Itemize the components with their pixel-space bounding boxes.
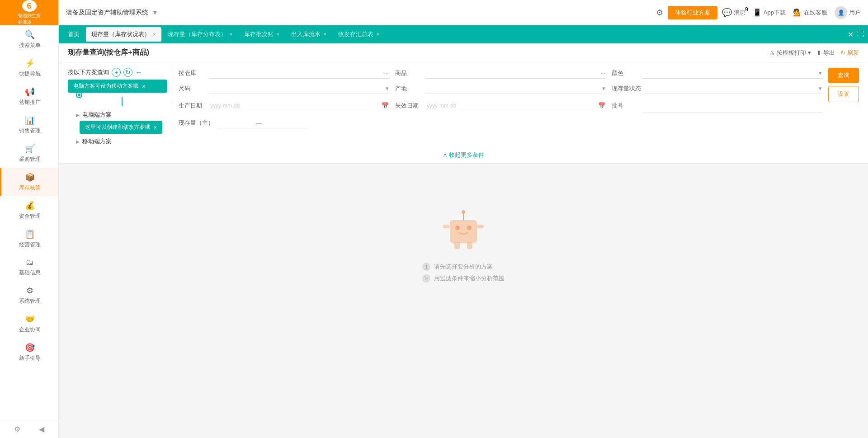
- action-buttons: 查询 设置: [828, 68, 859, 102]
- empty-state: 1 请先选择要分析的方案 2 用过滤条件来缩小分析范围: [59, 164, 868, 319]
- user-area[interactable]: 👤 用户: [835, 6, 861, 19]
- scheme-tree-item-pc[interactable]: ▶ 电脑端方案: [72, 109, 167, 121]
- size-dropdown-icon[interactable]: ▾: [386, 85, 389, 92]
- tab-home[interactable]: 首页: [62, 30, 85, 38]
- sidebar-item-guide[interactable]: 🎯 新手引导: [0, 338, 58, 367]
- tab-inventory-dist[interactable]: 现存量（库存分布表） ×: [162, 27, 238, 42]
- notification-area[interactable]: 💬 9 消息: [722, 8, 745, 18]
- filter-refresh-btn[interactable]: ↻: [123, 68, 132, 77]
- sidebar-item-enterprise[interactable]: 🤝 企业协同: [0, 310, 58, 338]
- stock-main-from[interactable]: [218, 119, 255, 126]
- filter-add-btn[interactable]: +: [112, 68, 121, 77]
- calendar-icon-2[interactable]: 📅: [598, 102, 605, 109]
- sidebar: 6 畅通好生意 标准版 🔍 搜索菜单 ⚡ 快捷导航 📢 营销推广 📊 销售管理 …: [0, 0, 59, 438]
- stock-main-to[interactable]: [264, 119, 300, 126]
- batch-no-label: 批号: [612, 102, 639, 110]
- tab-close-btn[interactable]: ×: [276, 31, 279, 38]
- settings-icon: ⚙: [26, 286, 33, 296]
- filter-prod-date: 生产日期 yyyy-mm-dd 📅: [179, 100, 390, 111]
- tooltip-close-btn[interactable]: ×: [142, 83, 146, 90]
- tab-batch-ledger[interactable]: 库存批次账 ×: [239, 27, 285, 42]
- tab-inventory-status[interactable]: 现存量（库存状况表） ×: [86, 27, 161, 42]
- tooltip-edit-text: 这里可以创建和修改方案哦: [85, 123, 150, 131]
- sidebar-item-inventory[interactable]: 📦 库存核算: [0, 168, 58, 196]
- scheme-tree: ▶ 电脑端方案 这里可以创建和修改方案哦 × ▶ 移动端方: [72, 109, 167, 147]
- origin-dropdown-icon[interactable]: ▾: [602, 85, 605, 92]
- tip-number-2: 2: [422, 274, 430, 283]
- tab-receive-summary[interactable]: 收发存汇总表 ×: [333, 27, 385, 42]
- tab-inout-flow[interactable]: 出入库流水 ×: [286, 27, 332, 42]
- export-icon: ⬆: [816, 49, 821, 56]
- range-separator: —: [256, 119, 262, 126]
- calendar-icon[interactable]: 📅: [382, 102, 389, 109]
- empty-tips: 1 请先选择要分析的方案 2 用过滤条件来缩小分析范围: [422, 263, 505, 283]
- tree-arrow-icon-2: ▶: [76, 139, 80, 144]
- tabbar: 首页 现存量（库存状况表） × 现存量（库存分布表） × 库存批次账 × 出入库…: [59, 25, 868, 43]
- topbar-settings-icon[interactable]: ⚙: [656, 8, 663, 18]
- sidebar-settings-btn[interactable]: ⚙: [14, 425, 20, 433]
- scheme-panel: 按以下方案查询 + ↻ ← 电脑方案可设为移动方案哦 ×: [68, 68, 167, 147]
- fullscreen-icon[interactable]: ⛶: [857, 30, 864, 39]
- query-btn[interactable]: 查询: [828, 68, 859, 83]
- tab-close-btn[interactable]: ×: [153, 31, 156, 38]
- filter-label: 按以下方案查询: [68, 68, 109, 76]
- edit-tooltip-close[interactable]: ×: [154, 124, 157, 131]
- sidebar-item-basic[interactable]: 🗂 基础信息: [0, 253, 58, 281]
- tab-close-btn[interactable]: ×: [323, 31, 326, 38]
- filter-goods: 商品 ···: [395, 68, 606, 79]
- batch-no-input[interactable]: [643, 100, 822, 111]
- sidebar-item-finance[interactable]: 💰 资金管理: [0, 196, 58, 225]
- topbar-right: 💬 9 消息 📱 App下载 💁 在线客服 👤 用户: [722, 6, 861, 19]
- sidebar-item-sales[interactable]: 📊 销售管理: [0, 111, 58, 139]
- page-actions: 🖨 按模板打印 ▾ ⬆ 导出 ↻ 刷新: [769, 49, 859, 57]
- dropdown-icon[interactable]: ▾: [819, 70, 822, 76]
- filter-row-1: 按仓库 ··· 商品 ···: [179, 68, 823, 79]
- sidebar-item-marketing[interactable]: 📢 营销推广: [0, 82, 58, 111]
- svg-rect-7: [477, 225, 484, 228]
- stock-main-label: 现存量（主）: [179, 119, 214, 127]
- dots-icon-2[interactable]: ···: [600, 70, 605, 76]
- tab-close-btn[interactable]: ×: [376, 31, 379, 38]
- empty-illustration: [436, 200, 491, 255]
- logo: 6 畅通好生意 标准版: [0, 0, 58, 25]
- support-icon: 💁: [793, 8, 802, 17]
- sidebar-item-label: 新手引导: [19, 354, 41, 362]
- tip-text-2: 用过滤条件来缩小分析范围: [434, 274, 505, 283]
- sidebar-collapse-btn[interactable]: ◀: [39, 425, 44, 433]
- reset-btn[interactable]: 设置: [828, 86, 859, 102]
- online-support-btn[interactable]: 💁 在线客服: [793, 8, 827, 17]
- sidebar-item-search[interactable]: 🔍 搜索菜单: [0, 25, 58, 54]
- stock-status-dropdown-icon[interactable]: ▾: [819, 85, 822, 92]
- export-btn[interactable]: ⬆ 导出: [816, 49, 835, 57]
- sidebar-item-operations[interactable]: 📋 经营管理: [0, 225, 58, 253]
- dropdown-arrow-icon: ▾: [808, 49, 811, 56]
- dots-icon[interactable]: ···: [384, 70, 389, 76]
- tab-close-btn[interactable]: ×: [229, 31, 232, 38]
- cart-icon: 🛒: [25, 144, 35, 154]
- sidebar-item-purchase[interactable]: 🛒 采购管理: [0, 139, 58, 168]
- user-label: 用户: [849, 9, 861, 17]
- scheme-tree-item-mobile[interactable]: ▶ 移动端方案: [72, 136, 167, 147]
- connector: [77, 93, 167, 106]
- page-title: 现存量查询(按仓库+商品): [68, 48, 149, 57]
- money-icon: 💰: [25, 201, 35, 211]
- sidebar-item-label: 搜索菜单: [19, 42, 41, 49]
- sidebar-item-system[interactable]: ⚙ 系统管理: [0, 281, 58, 310]
- print-btn[interactable]: 🖨 按模板打印 ▾: [769, 49, 811, 57]
- refresh-btn[interactable]: ↻ 刷新: [840, 49, 859, 57]
- collapse-more-btn[interactable]: ∧ 收起更多条件: [59, 147, 868, 163]
- filter-arrow-btn[interactable]: ←: [135, 68, 142, 76]
- goods-label: 商品: [395, 69, 422, 77]
- window-icon[interactable]: ✕: [848, 30, 854, 39]
- app-download-btn[interactable]: 📱 App下载: [753, 8, 786, 17]
- user-avatar: 👤: [835, 6, 847, 19]
- handshake-icon: 🤝: [25, 314, 35, 324]
- size-label: 尺码: [179, 85, 206, 93]
- printer-icon: 🖨: [769, 49, 775, 56]
- experience-btn[interactable]: 体验行业方案: [668, 6, 717, 19]
- sidebar-item-label: 基础信息: [19, 269, 41, 277]
- phone-icon: 📱: [753, 8, 762, 17]
- sidebar-item-quicknav[interactable]: ⚡ 快捷导航: [0, 54, 58, 82]
- filter-expire-date: 失效日期 yyyy-mm-dd 📅: [395, 100, 606, 111]
- svg-rect-9: [467, 242, 472, 249]
